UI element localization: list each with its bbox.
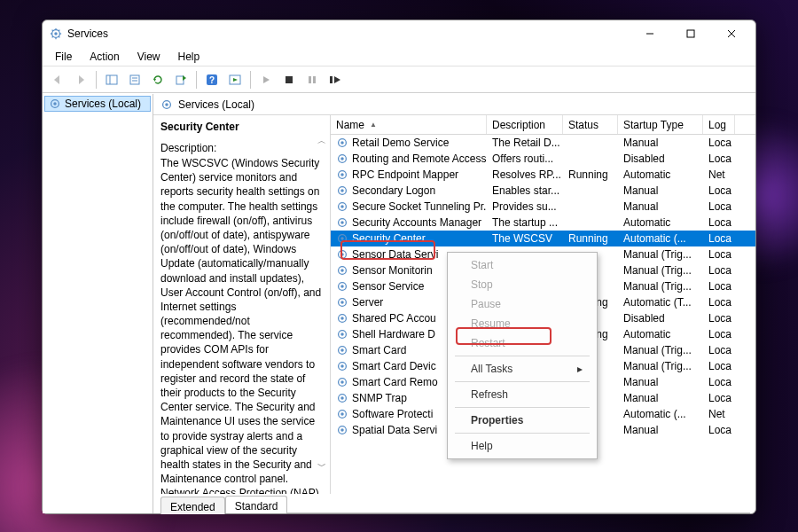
service-logon: Loca [703,246,735,262]
help-button[interactable]: ? [201,69,223,90]
restart-service-button[interactable] [325,69,346,90]
ctx-restart[interactable]: Restart [450,333,595,353]
titlebar[interactable]: Services [43,20,755,47]
tree-pane[interactable]: Services (Local) [43,94,153,513]
stop-service-button[interactable] [278,69,300,90]
col-name[interactable]: Name▲ [331,115,487,134]
service-logon: Net [703,406,735,422]
gear-icon [49,98,61,110]
properties-button[interactable] [124,69,145,90]
service-name: Security Center [352,232,426,245]
list-header[interactable]: Name▲ Description Status Startup Type Lo… [331,115,755,135]
service-row[interactable]: RPC Endpoint MapperResolves RP...Running… [331,167,755,183]
menu-view[interactable]: View [129,49,169,65]
back-button[interactable] [47,69,68,90]
sort-asc-icon: ▲ [370,121,377,129]
col-startup[interactable]: Startup Type [618,115,703,134]
svg-marker-21 [153,79,156,82]
service-logon: Loca [703,151,735,167]
service-name: RPC Endpoint Mapper [352,168,458,181]
ctx-all-tasks[interactable]: All Tasks▸ [450,359,595,379]
stop-icon [284,74,294,85]
col-status[interactable]: Status [563,115,618,134]
gear-icon [336,328,348,340]
service-row[interactable]: Routing and Remote AccessOffers routi...… [331,151,755,167]
export-button[interactable] [170,69,192,90]
gear-icon [336,153,348,165]
service-status [563,151,618,167]
gear-icon [336,137,348,149]
tree-root[interactable]: Services (Local) [44,96,151,112]
ctx-resume[interactable]: Resume [450,314,595,333]
svg-point-75 [340,428,344,432]
service-startup: Manual [618,374,703,390]
start-service-button[interactable] [255,69,277,90]
service-row[interactable]: Security Accounts ManagerThe startup ...… [331,215,755,231]
action-panel-button[interactable] [224,69,246,90]
svg-rect-11 [687,30,694,37]
ctx-stop[interactable]: Stop [450,275,595,294]
scroll-down-icon[interactable]: ﹀ [317,460,326,473]
pause-service-button[interactable] [301,69,323,90]
service-startup: Manual [618,199,703,215]
service-logon: Loca [703,215,735,231]
close-button[interactable] [711,20,752,47]
separator [455,433,590,434]
maximize-button[interactable] [670,20,711,47]
col-description[interactable]: Description [487,115,563,134]
ctx-help[interactable]: Help [450,436,595,456]
service-name: Secure Socket Tunneling Pr... [352,200,487,213]
svg-line-7 [59,36,59,37]
service-name: Shared PC Accou [352,312,436,325]
detail-service-name: Security Center [160,121,323,133]
svg-rect-18 [130,75,139,84]
svg-point-57 [340,285,344,288]
tab-extended[interactable]: Extended [160,497,225,514]
service-row[interactable]: Secure Socket Tunneling Pr...Provides su… [331,199,755,215]
refresh-button[interactable] [147,69,168,90]
service-startup: Manual (Trig... [618,342,703,358]
gear-icon [336,312,348,325]
service-name: Secondary Logon [352,184,435,197]
menu-file[interactable]: File [46,49,81,65]
show-hide-tree-button[interactable] [101,69,122,90]
svg-text:?: ? [209,75,215,85]
scroll-up-icon[interactable]: ︿ [317,135,326,147]
col-logon[interactable]: Log [703,115,735,134]
ctx-start[interactable]: Start [450,255,595,275]
tab-standard[interactable]: Standard [225,496,288,513]
service-row[interactable]: Security CenterThe WSCSVRunningAutomatic… [331,231,755,246]
play-icon [261,74,271,85]
svg-point-61 [340,317,344,320]
svg-point-71 [340,396,344,400]
menu-help[interactable]: Help [169,49,209,65]
ctx-properties[interactable]: Properties [450,411,595,430]
pane-header: Services (Local) [153,94,755,115]
service-name: Server [352,296,383,309]
service-startup: Automatic (T... [618,294,703,310]
service-startup: Manual [618,390,703,406]
minimize-button[interactable] [630,20,670,47]
action-panel-icon [229,74,241,86]
context-menu: Start Stop Pause Resume Restart All Task… [447,252,598,459]
panel-icon [106,74,118,86]
ctx-refresh[interactable]: Refresh [450,385,595,404]
service-desc: Offers routi... [487,151,563,167]
service-logon: Net [703,167,735,183]
svg-marker-27 [233,78,238,82]
forward-icon [74,74,87,85]
ctx-pause[interactable]: Pause [450,294,595,314]
svg-marker-15 [79,75,84,84]
service-status: Running [563,231,618,246]
menu-action[interactable]: Action [81,49,128,65]
pause-icon [307,74,317,85]
service-logon: Loca [703,326,735,342]
svg-point-49 [340,221,344,224]
service-row[interactable]: Secondary LogonEnables star...ManualLoca [331,183,755,199]
gear-icon [336,408,348,420]
svg-marker-28 [263,76,270,83]
service-row[interactable]: Retail Demo ServiceThe Retail D...Manual… [331,135,755,151]
forward-button[interactable] [70,69,91,90]
svg-point-67 [340,364,344,368]
service-name: Routing and Remote Access [352,153,486,165]
